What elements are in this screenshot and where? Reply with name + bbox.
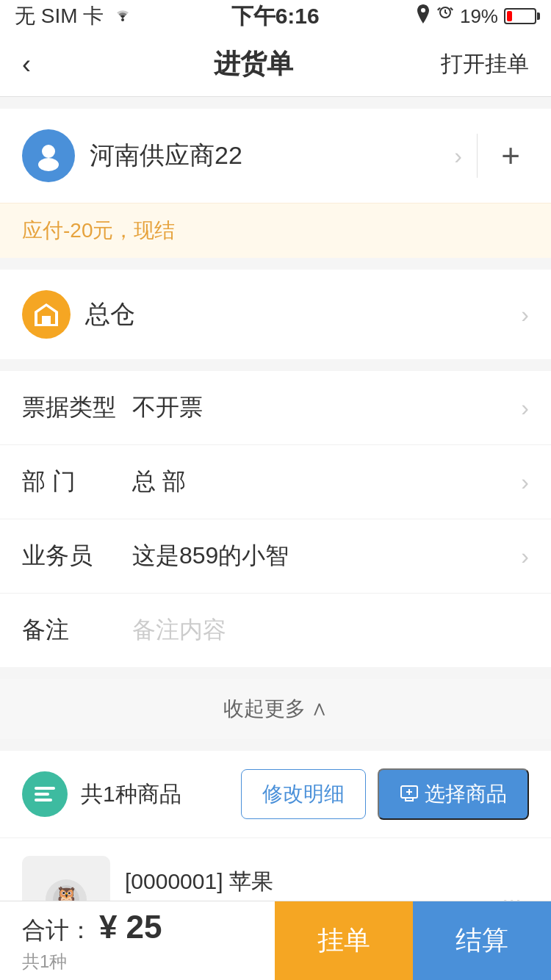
battery-label: 19% xyxy=(460,5,498,28)
total-count: 共1种 xyxy=(22,950,253,973)
supplier-row[interactable]: 河南供应商22 › + xyxy=(0,109,551,203)
supplier-avatar xyxy=(22,129,75,182)
suspend-button[interactable]: 挂单 xyxy=(275,901,413,981)
department-value: 总 部 xyxy=(125,466,521,498)
form-section: 票据类型 不开票 › 部 门 总 部 › 业务员 这是859的小智 › 备注 备… xyxy=(0,371,551,667)
department-label: 部 门 xyxy=(22,466,125,498)
select-product-label: 选择商品 xyxy=(425,780,507,808)
product-count-label: 共1种商品 xyxy=(81,779,241,810)
supplier-chevron-icon: › xyxy=(454,143,462,170)
warehouse-section: 总仓 › xyxy=(0,270,551,359)
svg-point-1 xyxy=(42,145,55,158)
salesperson-chevron: › xyxy=(521,543,529,570)
notice-bar: 应付-20元，现结 xyxy=(0,203,551,258)
total-amount: ¥ 25 xyxy=(99,909,162,945)
svg-point-0 xyxy=(121,18,124,21)
nav-bar: ‹ 进货单 打开挂单 xyxy=(0,32,551,97)
total-label: 合计： xyxy=(22,917,93,943)
battery-fill xyxy=(507,11,512,21)
salesperson-label: 业务员 xyxy=(22,540,125,572)
add-supplier-button[interactable]: + xyxy=(492,137,529,174)
invoice-type-row[interactable]: 票据类型 不开票 › xyxy=(0,371,551,445)
warehouse-row[interactable]: 总仓 › xyxy=(0,270,551,359)
warehouse-chevron-icon: › xyxy=(521,301,529,328)
invoice-type-value: 不开票 xyxy=(125,392,521,424)
select-product-button[interactable]: 选择商品 xyxy=(378,768,529,820)
status-bar: 无 SIM 卡 下午6:16 19% xyxy=(0,0,551,32)
salesperson-row[interactable]: 业务员 这是859的小智 › xyxy=(0,519,551,594)
bottom-bar: 合计： ¥ 25 共1种 挂单 结算 xyxy=(0,901,551,980)
supplier-section: 河南供应商22 › + 应付-20元，现结 xyxy=(0,109,551,258)
divider xyxy=(477,134,478,178)
supplier-name: 河南供应商22 xyxy=(90,139,454,173)
total-line: 合计： ¥ 25 xyxy=(22,909,253,947)
collapse-row[interactable]: 收起更多 ∧ xyxy=(0,679,551,739)
time-label: 下午6:16 xyxy=(231,1,320,32)
remark-label: 备注 xyxy=(22,614,125,646)
collapse-label: 收起更多 ∧ xyxy=(223,695,328,723)
warehouse-icon xyxy=(22,290,71,339)
svg-rect-5 xyxy=(35,793,49,796)
location-icon xyxy=(416,4,431,29)
checkout-button[interactable]: 结算 xyxy=(413,901,551,981)
status-left: 无 SIM 卡 xyxy=(15,2,134,30)
product-count-icon xyxy=(22,771,68,817)
invoice-type-label: 票据类型 xyxy=(22,392,125,424)
remark-row[interactable]: 备注 备注内容 xyxy=(0,594,551,667)
product-header: 共1种商品 修改明细 选择商品 xyxy=(0,751,551,838)
alarm-icon xyxy=(436,5,454,28)
svg-rect-4 xyxy=(35,787,55,790)
salesperson-value: 这是859的小智 xyxy=(125,540,521,572)
svg-rect-3 xyxy=(42,316,51,324)
wifi-icon xyxy=(111,4,134,28)
remark-placeholder: 备注内容 xyxy=(125,614,529,646)
open-pending-button[interactable]: 打开挂单 xyxy=(441,49,529,79)
svg-point-2 xyxy=(38,158,59,171)
department-row[interactable]: 部 门 总 部 › xyxy=(0,445,551,519)
page-title: 进货单 xyxy=(214,46,293,82)
network-label: 无 SIM 卡 xyxy=(15,2,104,30)
product-name: [0000001] 苹果 xyxy=(125,867,494,897)
battery-icon xyxy=(504,8,536,24)
total-section: 合计： ¥ 25 共1种 xyxy=(0,909,275,973)
warehouse-name: 总仓 xyxy=(85,298,521,331)
status-right: 19% xyxy=(416,4,536,29)
edit-detail-button[interactable]: 修改明细 xyxy=(241,769,366,819)
department-chevron: › xyxy=(521,469,529,496)
notice-text: 应付-20元，现结 xyxy=(22,219,175,242)
invoice-type-chevron: › xyxy=(521,394,529,422)
svg-rect-6 xyxy=(35,799,52,801)
back-button[interactable]: ‹ xyxy=(22,49,66,80)
